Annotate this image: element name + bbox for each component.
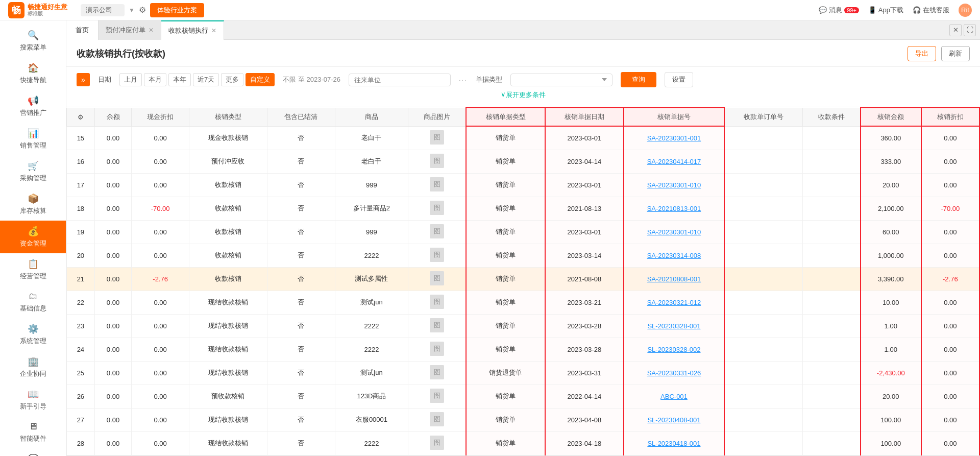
row-cancel-discount: -70.00: [921, 197, 979, 220]
row-cancel-type: 收款核销: [189, 173, 267, 197]
company-dropdown-icon[interactable]: ▼: [129, 7, 135, 14]
row-goods-img: 图: [408, 173, 466, 197]
row-bill-no[interactable]: SA-20230414-017: [624, 150, 724, 173]
date-custom[interactable]: 自定义: [246, 73, 275, 86]
sidebar-item-search[interactable]: 🔍 搜索菜单: [0, 25, 66, 57]
row-cash-discount: 0.00: [132, 314, 189, 338]
svg-text:图: 图: [434, 180, 440, 188]
window-maximize-btn[interactable]: ⛶: [964, 24, 976, 36]
tab-home[interactable]: 首页: [66, 20, 99, 40]
sidebar-item-finance[interactable]: 💰 资金管理: [0, 221, 66, 253]
industry-btn[interactable]: 体验行业方案: [150, 3, 204, 17]
bill-no-link[interactable]: SL-20230408-001: [647, 416, 700, 424]
settings-button[interactable]: 设置: [665, 72, 693, 87]
sidebar-item-corp[interactable]: 🏢 企业协同: [0, 351, 66, 383]
row-bill-no[interactable]: SL-20230418-001: [624, 431, 724, 455]
sidebar-item-operations[interactable]: 📋 经营管理: [0, 253, 66, 286]
row-cancel-amount: 60.00: [861, 220, 921, 244]
avatar[interactable]: Rit: [959, 4, 972, 17]
sidebar-item-basic[interactable]: 🗂 基础信息: [0, 286, 66, 318]
col-gear[interactable]: ⚙: [67, 108, 95, 126]
window-close-btn[interactable]: ✕: [949, 24, 962, 36]
sales-icon: 📊: [28, 128, 39, 139]
row-goods: 999: [335, 173, 408, 197]
settings-icon[interactable]: ⚙: [139, 5, 146, 15]
row-no: 17: [67, 173, 95, 197]
bill-no-link[interactable]: SL-20230418-001: [647, 440, 700, 447]
sidebar-item-quicknav[interactable]: 🏠 快捷导航: [0, 57, 66, 90]
row-goods-img: 图: [408, 126, 466, 150]
bill-type-select[interactable]: [510, 74, 612, 86]
bill-no-link[interactable]: SA-20230331-026: [647, 369, 701, 377]
row-bill-no[interactable]: SA-20230321-012: [624, 291, 724, 314]
row-cash-discount: 0.00: [132, 220, 189, 244]
row-bill-no[interactable]: SA-20230331-026: [624, 361, 724, 385]
sidebar-item-system[interactable]: ⚙️ 系统管理: [0, 318, 66, 351]
row-bill-no[interactable]: SA-20210813-001: [624, 197, 724, 220]
tab-receipt[interactable]: 收款核销执行 ✕: [161, 20, 224, 40]
bill-no-link[interactable]: SA-20210808-001: [647, 275, 701, 283]
sidebar-item-inventory[interactable]: 📦 库存核算: [0, 188, 66, 221]
row-cash-discount: -70.00: [132, 197, 189, 220]
row-bill-type: 销货退货单: [466, 361, 545, 385]
row-goods: 999: [335, 220, 408, 244]
date-7days[interactable]: 近7天: [193, 73, 219, 86]
filter-area: » 日期 上月 本月 本年 近7天 更多 自定义 不限 至 2023-07-26…: [66, 67, 980, 107]
sidebar-item-wechat[interactable]: 💬 企业微信: [0, 448, 66, 456]
table-row: 180.00-70.00收款核销否多计量商品2图销货单2021-08-13SA-…: [67, 197, 980, 220]
company-name[interactable]: 演示公司: [81, 4, 125, 16]
row-settled: 否: [267, 338, 335, 361]
query-button[interactable]: 查询: [621, 72, 656, 87]
tab-prepay[interactable]: 预付冲应付单 ✕: [99, 20, 161, 40]
date-last-month[interactable]: 上月: [119, 73, 142, 86]
filter-expand-btn[interactable]: »: [77, 73, 90, 86]
date-this-month[interactable]: 本月: [144, 73, 166, 86]
bill-no-link[interactable]: SL-20230328-002: [647, 346, 700, 353]
sidebar-item-hardware[interactable]: 🖥 智能硬件: [0, 416, 66, 448]
sidebar-item-purchase[interactable]: 🛒 采购管理: [0, 155, 66, 188]
bill-no-link[interactable]: SA-20230314-008: [647, 252, 701, 259]
bill-no-link[interactable]: ABC-001: [660, 393, 688, 400]
message-area[interactable]: 💬 消息 99+: [819, 6, 859, 15]
online-service-area[interactable]: 🎧 在线客服: [913, 6, 949, 15]
bill-no-link[interactable]: SA-20230301-001: [647, 134, 701, 142]
refresh-button[interactable]: 刷新: [941, 46, 970, 61]
row-bill-no[interactable]: SA-20230301-010: [624, 220, 724, 244]
row-settled: 否: [267, 267, 335, 291]
row-bill-no[interactable]: SA-20230301-001: [624, 126, 724, 150]
bill-no-link[interactable]: SA-20230301-010: [647, 228, 701, 236]
row-bill-no[interactable]: SA-20230314-008: [624, 244, 724, 267]
row-cancel-discount: 0.00: [921, 385, 979, 408]
from-unit-input[interactable]: [349, 74, 451, 86]
tab-prepay-close[interactable]: ✕: [149, 27, 154, 34]
date-this-year[interactable]: 本年: [168, 73, 191, 86]
sidebar-item-sales[interactable]: 📊 销售管理: [0, 123, 66, 155]
row-cancel-amount: 1.00: [861, 338, 921, 361]
svg-text:图: 图: [434, 321, 440, 329]
sidebar-label-operations: 经营管理: [20, 272, 46, 281]
row-bill-no[interactable]: SA-20230301-010: [624, 173, 724, 197]
col-bill-no: 核销单据号: [624, 108, 724, 126]
row-cash-discount: 0.00: [132, 126, 189, 150]
row-bill-no[interactable]: SL-20230328-001: [624, 314, 724, 338]
row-bill-no[interactable]: SL-20230328-002: [624, 338, 724, 361]
tab-receipt-close[interactable]: ✕: [211, 27, 216, 34]
expand-more[interactable]: ∨ 展开更多条件: [77, 87, 970, 102]
bill-no-link[interactable]: SL-20230328-001: [647, 322, 700, 330]
row-bill-no[interactable]: SA-20210808-001: [624, 267, 724, 291]
table-row: 280.000.00现结收款核销否2222图销货单2023-04-18SL-20…: [67, 431, 980, 455]
row-bill-no[interactable]: SL-20230408-001: [624, 408, 724, 431]
row-bill-no[interactable]: ABC-001: [624, 385, 724, 408]
bill-no-link[interactable]: SA-20230414-017: [647, 158, 701, 165]
logo-icon: 畅: [8, 2, 24, 18]
bill-no-link[interactable]: SA-20230301-010: [647, 181, 701, 189]
bill-no-link[interactable]: SA-20210813-001: [647, 205, 701, 212]
export-button[interactable]: 导出: [908, 46, 936, 61]
row-cancel-discount: 0.00: [921, 173, 979, 197]
date-more[interactable]: 更多: [221, 73, 243, 86]
sidebar-item-newbie[interactable]: 📖 新手引导: [0, 383, 66, 416]
app-download-area[interactable]: 📱 App下载: [868, 6, 903, 15]
sidebar-item-marketing[interactable]: 📢 营销推广: [0, 90, 66, 123]
bill-no-link[interactable]: SA-20230321-012: [647, 299, 701, 306]
col-bill-type: 核销单据类型: [466, 108, 545, 126]
